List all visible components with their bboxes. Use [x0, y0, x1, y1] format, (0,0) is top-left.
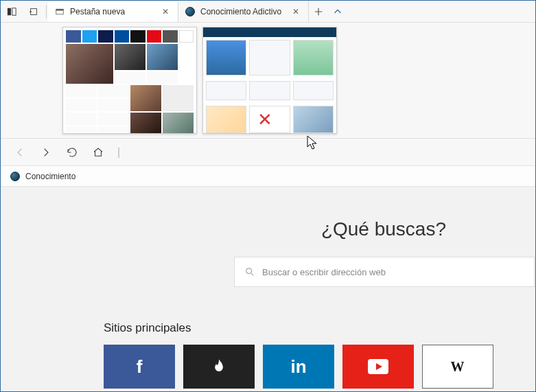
close-tab-icon[interactable]: ✕	[289, 7, 303, 16]
collapse-previews-icon[interactable]	[328, 2, 347, 21]
site-favicon	[185, 7, 195, 16]
tab-previews-panel	[1, 23, 535, 139]
search-input[interactable]: Buscar o escribir dirección web	[234, 257, 535, 287]
search-placeholder: Buscar o escribir dirección web	[262, 267, 386, 277]
set-aside-tabs-icon[interactable]	[23, 1, 45, 23]
svg-rect-1	[12, 8, 16, 15]
refresh-button[interactable]	[62, 143, 82, 162]
svg-rect-0	[8, 8, 11, 15]
svg-point-5	[246, 268, 252, 274]
top-sites-heading: Sitios principales	[1, 287, 535, 345]
youtube-icon	[368, 359, 388, 374]
tile-linkedin[interactable]: in	[263, 345, 334, 389]
search-heading: ¿Qué buscas?	[1, 207, 535, 257]
tile-youtube[interactable]	[342, 345, 414, 389]
top-sites-row: f in W	[1, 345, 535, 389]
tab-preview-conocimiento[interactable]	[202, 27, 337, 134]
bookmark-item[interactable]: Conocimiento	[25, 172, 75, 181]
tab-preview-newtab[interactable]	[62, 27, 197, 134]
svg-rect-4	[56, 9, 64, 10]
tab-new[interactable]: Pestaña nueva ✕	[48, 1, 178, 22]
tab-title: Pestaña nueva	[70, 7, 153, 16]
facebook-icon: f	[137, 356, 143, 378]
tile-dark[interactable]	[183, 345, 255, 389]
newtab-content: ¿Qué buscas? Buscar o escribir dirección…	[1, 187, 535, 392]
tab-title: Conocimiento Adictivo	[200, 7, 283, 16]
divider	[46, 5, 47, 19]
flame-icon	[209, 357, 229, 376]
nav-toolbar: |	[1, 139, 535, 166]
tab-strip: Pestaña nueva ✕ Conocimiento Adictivo ✕	[1, 1, 535, 23]
tab-conocimiento[interactable]: Conocimiento Adictivo ✕	[178, 1, 309, 22]
tile-wikipedia[interactable]: W	[422, 345, 493, 389]
back-button[interactable]	[10, 143, 30, 162]
address-bar[interactable]: |	[115, 146, 120, 159]
tile-facebook[interactable]: f	[104, 345, 175, 389]
reading-view-icon[interactable]	[1, 1, 23, 23]
wikipedia-icon: W	[451, 359, 465, 375]
bookmark-favicon	[10, 172, 20, 181]
close-tab-icon[interactable]: ✕	[159, 7, 172, 16]
new-tab-button[interactable]	[309, 2, 328, 21]
favorites-bar: Conocimiento	[1, 166, 535, 187]
search-icon	[244, 266, 255, 277]
linkedin-icon: in	[290, 356, 306, 378]
newtab-favicon	[55, 7, 65, 16]
home-button[interactable]	[89, 143, 108, 162]
forward-button[interactable]	[36, 143, 56, 162]
